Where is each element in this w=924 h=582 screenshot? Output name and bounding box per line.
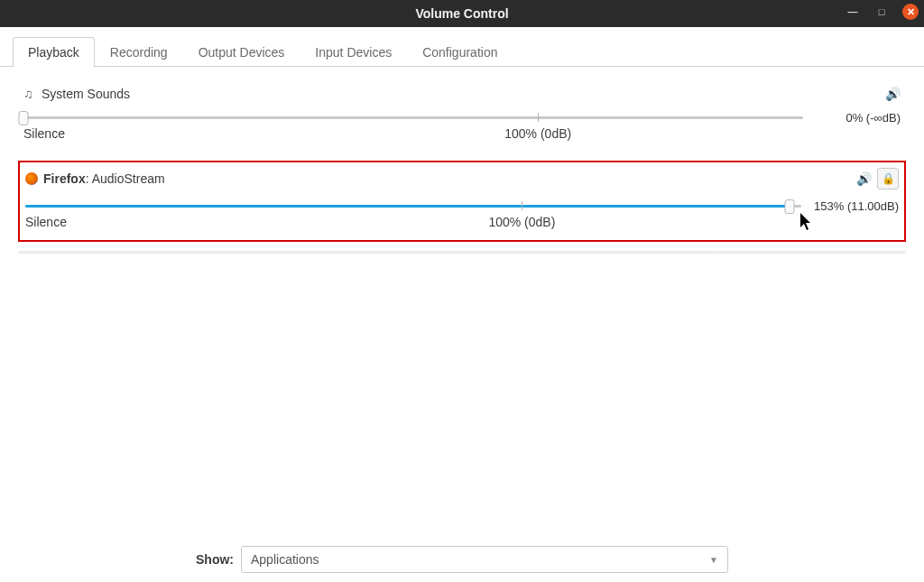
volume-slider-firefox[interactable] bbox=[25, 197, 801, 215]
title-bar: Volume Control — □ ✕ bbox=[0, 0, 924, 27]
stream-app-name: Firefox bbox=[43, 171, 86, 186]
scroll-indicator bbox=[18, 251, 906, 254]
caption-100-system: 100% (0dB) bbox=[504, 126, 571, 141]
caption-silence-firefox: Silence bbox=[25, 215, 67, 229]
close-button[interactable]: ✕ bbox=[902, 4, 919, 20]
lock-channels-button[interactable]: 🔒 bbox=[877, 168, 899, 189]
lock-icon: 🔒 bbox=[882, 172, 895, 185]
tab-recording[interactable]: Recording bbox=[95, 37, 183, 67]
tab-input-devices[interactable]: Input Devices bbox=[300, 37, 407, 67]
stream-title-firefox: Firefox: AudioStream bbox=[43, 171, 165, 186]
stream-system-sounds: ♫ System Sounds 🔊 0% (-∞dB) Silence 100%… bbox=[18, 81, 906, 152]
volume-slider-system[interactable] bbox=[23, 108, 803, 126]
mute-toggle-system[interactable]: 🔊 bbox=[884, 87, 901, 101]
tab-playback[interactable]: Playback bbox=[13, 37, 95, 67]
tab-bar: Playback Recording Output Devices Input … bbox=[0, 27, 924, 67]
chevron-down-icon: ▼ bbox=[709, 555, 718, 565]
stream-name: AudioStream bbox=[92, 171, 165, 186]
show-label: Show: bbox=[196, 552, 234, 567]
mute-toggle-firefox[interactable]: 🔊 bbox=[855, 171, 872, 186]
show-combobox[interactable]: Applications ▼ bbox=[241, 546, 728, 573]
maximize-button[interactable]: □ bbox=[873, 4, 890, 20]
music-note-icon: ♫ bbox=[23, 87, 36, 101]
caption-100-firefox: 100% (0dB) bbox=[488, 215, 555, 229]
window-controls: — □ ✕ bbox=[845, 4, 919, 20]
stream-firefox: Firefox: AudioStream 🔊 🔒 153% (11.00dB) … bbox=[18, 161, 906, 242]
playback-content: ♫ System Sounds 🔊 0% (-∞dB) Silence 100%… bbox=[0, 67, 924, 242]
show-combobox-value: Applications bbox=[251, 552, 319, 567]
caption-silence-system: Silence bbox=[23, 126, 65, 141]
volume-value-system: 0% (-∞dB) bbox=[814, 111, 901, 125]
tab-output-devices[interactable]: Output Devices bbox=[183, 37, 300, 67]
stream-title-system: System Sounds bbox=[42, 87, 130, 101]
bottom-bar: Show: Applications ▼ bbox=[0, 546, 924, 573]
volume-value-firefox: 153% (11.00dB) bbox=[812, 199, 899, 213]
firefox-icon bbox=[25, 172, 38, 185]
tab-configuration[interactable]: Configuration bbox=[407, 37, 513, 67]
minimize-button[interactable]: — bbox=[845, 4, 861, 20]
window-title: Volume Control bbox=[415, 6, 508, 21]
